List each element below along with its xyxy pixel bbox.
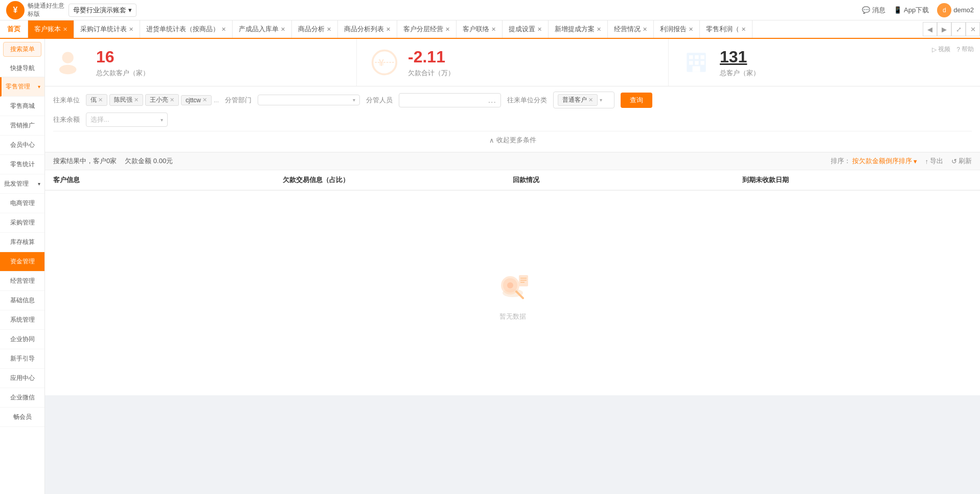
- svg-point-0: [62, 52, 73, 63]
- sidebar-item-retail-stats[interactable]: 零售统计: [0, 155, 44, 174]
- demo-selector[interactable]: 母婴行业演示账套 ▾: [69, 4, 136, 17]
- unit-class-tag-remove[interactable]: ✕: [588, 97, 593, 103]
- tab-operation-status[interactable]: 经营情况 ✕: [608, 20, 654, 38]
- svg-rect-10: [700, 61, 704, 64]
- tab-profit-report[interactable]: 利润报告 ✕: [654, 20, 700, 38]
- sidebar-item-inventory[interactable]: 库存核算: [0, 233, 44, 252]
- video-link[interactable]: ▷ 视频: [932, 45, 950, 54]
- close-icon[interactable]: ✕: [537, 26, 542, 33]
- export-button[interactable]: ↑ 导出: [925, 156, 944, 166]
- unit-class-select[interactable]: 普通客户 ✕ ▾: [553, 92, 614, 108]
- sidebar-item-purchase-mgmt[interactable]: 采购管理: [0, 213, 44, 233]
- tab-customer-contact[interactable]: 客户联络 ✕: [457, 20, 503, 38]
- sort-button[interactable]: 按欠款金额倒序排序: [852, 156, 912, 166]
- sidebar-item-operation[interactable]: 经营管理: [0, 272, 44, 291]
- tag-remove-0[interactable]: ✕: [98, 97, 103, 103]
- svg-rect-17: [519, 275, 528, 286]
- message-icon: 💬: [862, 6, 870, 14]
- tag-remove-2[interactable]: ✕: [170, 97, 174, 103]
- svg-rect-9: [695, 61, 698, 64]
- empty-text: 暂无数据: [492, 312, 533, 321]
- close-icon[interactable]: ✕: [491, 26, 496, 33]
- search-menu-button[interactable]: 搜索菜单: [3, 42, 41, 57]
- col-debt-info: 欠款交易信息（占比）: [283, 175, 512, 185]
- close-icon[interactable]: ✕: [327, 26, 331, 33]
- tab-purchase-stats-by-product[interactable]: 进货单统计表（按商品） ✕: [140, 20, 233, 38]
- tab-add-commission-plan[interactable]: 新增提成方案 ✕: [549, 20, 608, 38]
- tab-customer-layered[interactable]: 客户分层经营 ✕: [397, 20, 457, 38]
- sidebar-item-marketing[interactable]: 营销推广: [0, 116, 44, 136]
- nav-close-all-button[interactable]: ✕: [966, 22, 980, 36]
- help-link[interactable]: ? 帮助: [956, 45, 974, 54]
- sidebar-item-retail-mgmt[interactable]: 零售管理 ▾: [0, 77, 44, 97]
- empty-state: 暂无数据: [462, 234, 564, 352]
- stat-value-total: 131: [720, 48, 760, 66]
- query-button[interactable]: 查询: [621, 93, 652, 108]
- balance-filter-label: 往来余额: [53, 115, 80, 124]
- sidebar-item-retail-mall[interactable]: 零售商城: [0, 97, 44, 116]
- sort-controls: 排序： 按欠款金额倒序排序 ▾: [831, 156, 917, 166]
- tab-purchase-order-stats[interactable]: 采购订单统计表 ✕: [74, 20, 140, 38]
- close-icon[interactable]: ✕: [129, 26, 133, 33]
- nav-maximize-button[interactable]: ⤢: [951, 22, 966, 36]
- tab-commission-settings[interactable]: 提成设置 ✕: [503, 20, 549, 38]
- close-icon[interactable]: ✕: [281, 26, 285, 33]
- svg-point-16: [507, 282, 513, 288]
- stat-value-amount: -2.11: [408, 48, 454, 66]
- close-icon[interactable]: ✕: [63, 26, 67, 33]
- close-icon[interactable]: ✕: [221, 26, 226, 33]
- sidebar-item-member-center[interactable]: 会员中心: [0, 136, 44, 155]
- top-right-links: ▷ 视频 ? 帮助: [932, 45, 974, 54]
- nav-prev-button[interactable]: ◀: [923, 22, 937, 36]
- sidebar-item-app-center[interactable]: 应用中心: [0, 369, 44, 388]
- sidebar-item-wholesale-mgmt[interactable]: 批发管理 ▾: [0, 174, 44, 194]
- stat-value-customers: 16: [96, 48, 149, 66]
- sidebar-item-finance[interactable]: 资金管理: [0, 252, 44, 272]
- person-dots[interactable]: ...: [488, 96, 496, 105]
- tab-product-analysis-list[interactable]: 商品分析列表 ✕: [338, 20, 397, 38]
- app-download-button[interactable]: 📱 App下载: [894, 6, 929, 15]
- logo-icon: ¥: [6, 1, 25, 19]
- filter-more-tags[interactable]: ...: [214, 97, 219, 104]
- refresh-icon: ↺: [951, 158, 957, 165]
- sidebar-item-system[interactable]: 系统管理: [0, 310, 44, 330]
- svg-rect-11: [693, 66, 700, 72]
- sidebar-item-onboarding[interactable]: 新手引导: [0, 349, 44, 369]
- top-bar: ¥ 畅捷通好生意 标版 母婴行业演示账套 ▾ 💬 消息 📱 App下载 d de…: [0, 0, 980, 20]
- tab-product-analysis[interactable]: 商品分析 ✕: [292, 20, 338, 38]
- tag-remove-1[interactable]: ✕: [134, 97, 139, 103]
- close-icon[interactable]: ✕: [597, 26, 601, 33]
- close-icon[interactable]: ✕: [445, 26, 450, 33]
- stat-body-total: 131 总客户（家）: [720, 48, 760, 78]
- tab-product-warehousing[interactable]: 产成品入库单 ✕: [233, 20, 292, 38]
- tag-remove-3[interactable]: ✕: [202, 97, 207, 103]
- messages-button[interactable]: 💬 消息: [862, 6, 885, 15]
- chevron-icon: ▾: [38, 181, 40, 187]
- dept-chevron-icon: ▾: [353, 97, 355, 103]
- close-icon[interactable]: ✕: [643, 26, 647, 33]
- sidebar-item-enterprise-collab[interactable]: 企业协同: [0, 330, 44, 349]
- close-icon[interactable]: ✕: [689, 26, 693, 33]
- close-icon[interactable]: ✕: [741, 26, 746, 33]
- chevron-down-icon: ▾: [128, 6, 132, 14]
- dept-select[interactable]: ▾: [258, 95, 360, 105]
- person-select[interactable]: ...: [399, 93, 501, 107]
- tab-customer-account[interactable]: 客户账本 ✕: [28, 20, 74, 38]
- sidebar-item-wechat[interactable]: 企业微信: [0, 388, 44, 408]
- tab-home[interactable]: 首页: [0, 20, 28, 38]
- collapse-button[interactable]: ∧ 收起更多条件: [481, 133, 544, 147]
- nav-next-button[interactable]: ▶: [937, 22, 951, 36]
- sidebar-item-member[interactable]: 畅会员: [0, 408, 44, 427]
- balance-select[interactable]: 选择... ▾: [86, 113, 168, 127]
- refresh-button[interactable]: ↺ 刷新: [951, 156, 972, 166]
- sidebar-item-ecommerce[interactable]: 电商管理: [0, 194, 44, 213]
- svg-rect-6: [695, 55, 698, 59]
- filter-bar: 往来单位 佤 ✕ 陈民强 ✕ 王小亮 ✕ cjttcw: [45, 86, 980, 152]
- balance-chevron-icon: ▾: [161, 117, 163, 123]
- user-menu[interactable]: d demo2: [937, 3, 974, 17]
- tab-retail-profit[interactable]: 零售利润（ ✕: [700, 20, 753, 38]
- quick-nav-button[interactable]: 快捷导航: [0, 60, 44, 77]
- close-icon[interactable]: ✕: [386, 26, 391, 33]
- nav-tabs: 首页 客户账本 ✕ 采购订单统计表 ✕ 进货单统计表（按商品） ✕ 产成品入库单…: [0, 20, 980, 39]
- sidebar-item-basic-info[interactable]: 基础信息: [0, 291, 44, 310]
